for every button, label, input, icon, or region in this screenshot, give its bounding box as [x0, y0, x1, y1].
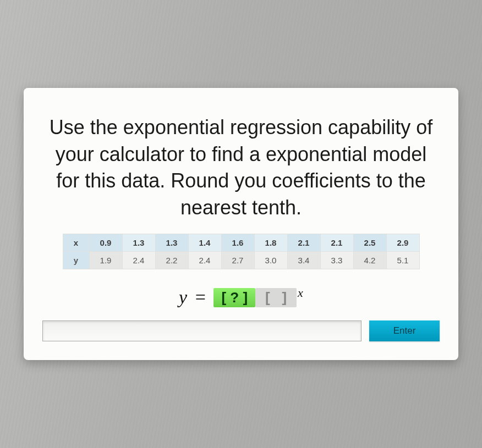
- question-card: Use the exponential regression capabilit…: [24, 88, 458, 360]
- table-cell: 4.2: [353, 251, 386, 269]
- formula-exponent: x: [298, 286, 303, 300]
- formula-equals: =: [195, 287, 206, 307]
- data-table: x 0.9 1.3 1.3 1.4 1.6 1.8 2.1 2.1 2.5 2.…: [63, 234, 420, 269]
- enter-button[interactable]: Enter: [369, 320, 440, 341]
- table-cell: 3.0: [254, 251, 287, 269]
- row-header-y: y: [63, 251, 89, 269]
- table-row: y 1.9 2.4 2.2 2.4 2.7 3.0 3.4 3.3 4.2 5.…: [63, 251, 419, 269]
- question-prompt: Use the exponential regression capabilit…: [42, 114, 440, 221]
- table-cell: 3.3: [320, 251, 353, 269]
- table-cell: 1.3: [155, 234, 188, 251]
- table-cell: 1.4: [188, 234, 221, 251]
- table-cell: 1.6: [221, 234, 254, 251]
- table-cell: 2.1: [320, 234, 353, 251]
- table-cell: 1.9: [89, 251, 122, 269]
- table-cell: 2.4: [122, 251, 155, 269]
- table-cell: 2.9: [386, 234, 419, 251]
- row-header-x: x: [63, 234, 89, 251]
- table-cell: 1.8: [254, 234, 287, 251]
- table-cell: 2.4: [188, 251, 221, 269]
- answer-input[interactable]: [42, 320, 362, 341]
- table-cell: 2.7: [221, 251, 254, 269]
- answer-row: Enter: [42, 320, 440, 341]
- table-cell: 2.1: [287, 234, 320, 251]
- table-cell: 2.2: [155, 251, 188, 269]
- answer-slot-a[interactable]: [ ? ]: [213, 288, 255, 307]
- formula-lhs: y: [179, 287, 187, 307]
- table-row: x 0.9 1.3 1.3 1.4 1.6 1.8 2.1 2.1 2.5 2.…: [63, 234, 419, 251]
- answer-formula: y = [ ? ][ ]x: [42, 286, 440, 308]
- table-cell: 5.1: [386, 251, 419, 269]
- table-cell: 0.9: [89, 234, 122, 251]
- table-cell: 1.3: [122, 234, 155, 251]
- table-cell: 3.4: [287, 251, 320, 269]
- table-cell: 2.5: [353, 234, 386, 251]
- answer-slot-b[interactable]: [ ]: [255, 288, 297, 307]
